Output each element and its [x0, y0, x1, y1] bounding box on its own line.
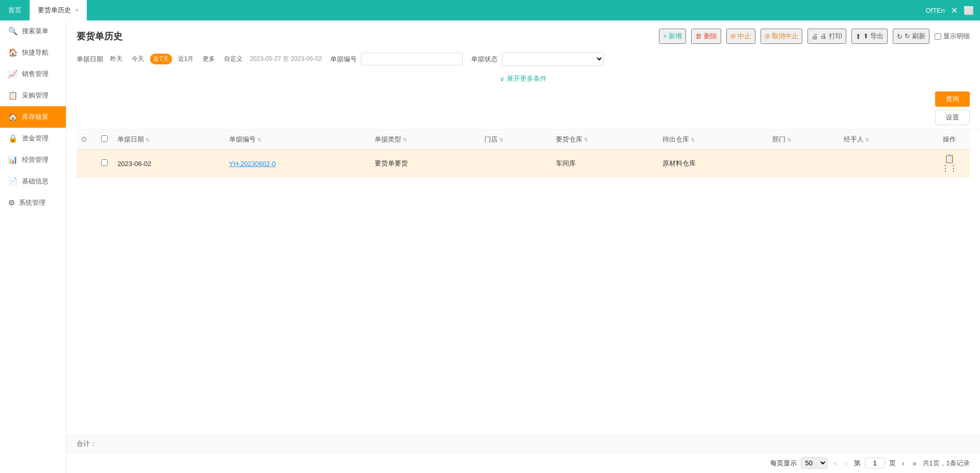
shortcut-custom[interactable]: 自定义	[221, 54, 246, 64]
content-area: 要货单历史 + 新增 🗑 删除 ⊘ 中止 ⊘ 取消中止 🖨 🖨 打印 ⬆ ⬆ 导…	[66, 20, 980, 473]
select-all-checkbox[interactable]	[101, 135, 108, 142]
sidebar-item-system[interactable]: ⚙ 系统管理	[0, 192, 66, 214]
chevron-down-icon: ∨	[500, 75, 505, 83]
footer-summary: 合计：	[66, 435, 980, 453]
sidebar-item-purchase[interactable]: 📋 采购管理	[0, 85, 66, 106]
main-layout: 🔍 搜索菜单 🏠 快捷导航 📈 销售管理 📋 采购管理 🏠 库存核算 🔒 资金管…	[0, 20, 980, 473]
page-title: 要货单历史	[77, 30, 122, 42]
row-more-btn[interactable]: ⋮⋮	[940, 164, 959, 173]
sidebar-item-purchase-label: 采购管理	[22, 91, 48, 100]
sort-reqwarehouse[interactable]: 要货仓库 ⇅	[556, 135, 588, 144]
query-button[interactable]: 查询	[935, 91, 970, 107]
sidebar-item-sales[interactable]: 📈 销售管理	[0, 63, 66, 85]
settings-button[interactable]: 设置	[935, 110, 970, 125]
sidebar-item-inventory[interactable]: 🏠 库存核算	[0, 106, 66, 128]
display-detail-toggle[interactable]: 显示明细	[935, 32, 970, 41]
stop-button[interactable]: ⊘ 中止	[726, 29, 755, 44]
prev-page-btn[interactable]: ‹	[843, 458, 850, 468]
expand-more-btn[interactable]: ∨ 展开更多条件	[500, 74, 547, 83]
td-handler	[840, 150, 929, 178]
td-checkbox[interactable]	[95, 150, 113, 178]
date-filter-group: 单据日期 昨天 今天 近7天 近1月 更多 自定义 2023-05-27 至 2…	[77, 54, 322, 64]
shortcut-7days[interactable]: 近7天	[150, 54, 172, 64]
td-settings	[77, 150, 95, 178]
often-label: OfTEn	[925, 7, 945, 14]
td-ops: 📋 ⋮⋮	[929, 150, 970, 178]
export-icon: ⬆	[855, 33, 861, 40]
docno-link[interactable]: YH-20230602-0	[229, 160, 276, 168]
per-page-select[interactable]: 50 100 200	[801, 457, 827, 469]
sort-docno[interactable]: 单据编号 ⇅	[229, 135, 261, 144]
th-reqwarehouse: 要货仓库 ⇅	[552, 130, 658, 150]
td-docno[interactable]: YH-20230602-0	[225, 150, 371, 178]
sort-reqwarehouse-icon: ⇅	[584, 137, 588, 143]
th-docno: 单据编号 ⇅	[225, 130, 371, 150]
column-settings-button[interactable]: ⚙	[81, 135, 87, 144]
th-date: 单据日期 ⇅	[113, 130, 225, 150]
top-bar: 首页 要货单历史 × OfTEn ✕ ⬜	[0, 0, 980, 20]
shortcut-today[interactable]: 今天	[129, 54, 147, 64]
page-suffix-label: 页	[889, 459, 896, 468]
current-page-input[interactable]	[865, 458, 885, 468]
shortcut-1month[interactable]: 近1月	[175, 54, 197, 64]
shortcut-yesterday[interactable]: 昨天	[107, 54, 126, 64]
nav-icon: 🏠	[8, 48, 18, 57]
refresh-label: ↻ 刷新	[904, 32, 925, 41]
sort-dept-icon: ⇅	[787, 137, 791, 143]
docno-filter-group: 单据编号	[330, 53, 463, 65]
sidebar: 🔍 搜索菜单 🏠 快捷导航 📈 销售管理 📋 采购管理 🏠 库存核算 🔒 资金管…	[0, 20, 66, 473]
sort-handler-icon: ⇅	[865, 137, 869, 143]
sort-pendwarehouse[interactable]: 待出仓库 ⇅	[663, 135, 695, 144]
inventory-icon: 🏠	[8, 112, 18, 122]
refresh-button[interactable]: ↻ ↻ 刷新	[893, 29, 929, 44]
sort-doctype-icon: ⇅	[403, 137, 407, 143]
date-filter-label: 单据日期	[77, 55, 103, 64]
sort-store-icon: ⇅	[499, 137, 503, 143]
first-page-btn[interactable]: «	[831, 458, 840, 468]
next-page-btn[interactable]: ›	[900, 458, 906, 468]
date-range-display: 2023-05-27 至 2023-06-02	[250, 55, 322, 63]
th-dept-label: 部门	[772, 135, 786, 144]
status-filter-group: 单据状态	[471, 52, 604, 66]
cancel-stop-button[interactable]: ⊘ 取消中止	[761, 29, 803, 44]
sort-date[interactable]: 单据日期 ⇅	[117, 135, 150, 144]
tab-active[interactable]: 要货单历史 ×	[30, 0, 87, 20]
sort-doctype[interactable]: 单据类型 ⇅	[375, 135, 407, 144]
display-detail-checkbox[interactable]	[935, 33, 941, 40]
th-handler: 经手人 ⇅	[840, 130, 929, 150]
sidebar-item-finance[interactable]: 🔒 资金管理	[0, 128, 66, 149]
tab-home[interactable]: 首页	[0, 0, 30, 20]
row-checkbox[interactable]	[101, 159, 108, 166]
row-edit-btn[interactable]: 📋	[943, 154, 956, 163]
tab-close-btn[interactable]: ×	[75, 7, 79, 14]
close-window-icon[interactable]: ✕	[951, 6, 958, 15]
print-button[interactable]: 🖨 🖨 打印	[807, 29, 846, 44]
last-page-btn[interactable]: »	[911, 458, 919, 468]
th-settings: ⚙	[77, 130, 95, 150]
export-button[interactable]: ⬆ ⬆ 导出	[851, 29, 888, 44]
filter-bar: 单据日期 昨天 今天 近7天 近1月 更多 自定义 2023-05-27 至 2…	[66, 48, 980, 130]
refresh-icon: ↻	[897, 33, 902, 40]
top-bar-right: OfTEn ✕ ⬜	[925, 6, 980, 15]
delete-button[interactable]: 🗑 删除	[691, 29, 721, 44]
shortcut-more[interactable]: 更多	[200, 54, 218, 64]
sidebar-item-basic[interactable]: 📄 基础信息	[0, 171, 66, 192]
status-select[interactable]	[502, 52, 604, 66]
th-date-label: 单据日期	[117, 135, 144, 144]
maximize-icon[interactable]: ⬜	[964, 6, 974, 15]
sort-dept[interactable]: 部门 ⇅	[772, 135, 791, 144]
export-label: ⬆ 导出	[863, 32, 884, 41]
sort-date-icon: ⇅	[145, 137, 150, 143]
td-dept	[768, 150, 840, 178]
sidebar-item-search[interactable]: 🔍 搜索菜单	[0, 20, 66, 42]
sidebar-item-search-label: 搜索菜单	[22, 27, 48, 36]
sales-icon: 📈	[8, 69, 18, 79]
sort-store[interactable]: 门店 ⇅	[484, 135, 503, 144]
add-button[interactable]: + 新增	[659, 29, 686, 44]
tab-home-label: 首页	[8, 6, 21, 15]
sidebar-item-nav[interactable]: 🏠 快捷导航	[0, 42, 66, 63]
sort-handler[interactable]: 经手人 ⇅	[844, 135, 869, 144]
th-checkbox	[95, 130, 113, 150]
sidebar-item-operations[interactable]: 📊 经营管理	[0, 149, 66, 171]
docno-input[interactable]	[361, 53, 463, 65]
